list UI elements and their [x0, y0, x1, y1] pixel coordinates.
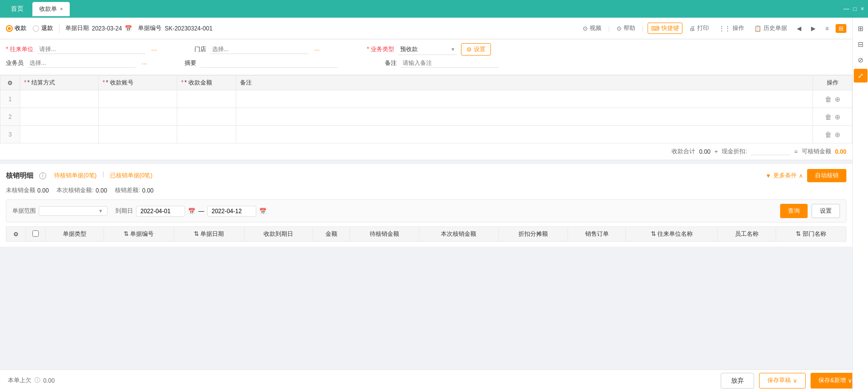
row-copy-1[interactable]: ⊕	[835, 95, 841, 103]
history-btn[interactable]: 📋 历史单据	[751, 23, 790, 33]
total-value: 0.00	[699, 148, 710, 155]
row-remark-2[interactable]	[236, 108, 813, 126]
calendar-icon[interactable]: 📅	[125, 25, 132, 32]
store-input[interactable]	[210, 45, 308, 54]
tab-done[interactable]: 已核销单据(0笔)	[108, 170, 155, 181]
number-label: 单据编号	[138, 24, 162, 32]
sidebar-expand-icon[interactable]: ⤢	[854, 69, 868, 83]
auto-verify-btn[interactable]: 自动核销	[807, 169, 846, 182]
business-type-value: 预收款	[400, 45, 448, 54]
calendar-end-icon[interactable]: 📅	[259, 208, 267, 215]
date-end-input[interactable]	[207, 206, 256, 217]
tab-pending[interactable]: 待核销单据(0笔)	[52, 170, 99, 181]
video-btn[interactable]: ⊙ 视频	[580, 23, 604, 33]
toolbar-right: ⊙ 视频 | ⊙ 帮助 | ⌨ 快捷键 🖨 打印 ⋮⋮	[580, 23, 846, 34]
row-account-1[interactable]	[99, 90, 177, 108]
tab-close-icon[interactable]: ×	[60, 6, 63, 12]
tab-receipt[interactable]: 收款单 ×	[32, 2, 70, 16]
abandon-btn[interactable]: 放弃	[721, 373, 754, 389]
form-settings-btn[interactable]: ⚙ 设置	[461, 43, 491, 56]
range-select[interactable]: ▼	[39, 206, 108, 216]
summary-row: 收款合计 0.00 + 现金折扣: = 可核销金额 0.00	[0, 143, 852, 160]
row-copy-2[interactable]: ⊕	[835, 113, 841, 121]
row-remark-3[interactable]	[236, 126, 813, 143]
refund-radio-label: 退款	[41, 24, 53, 32]
row-amount-1[interactable]	[177, 90, 236, 108]
main-content: 收款 退款 单据日期 2023-03-24 📅 单据编号 SK-20230324…	[0, 18, 868, 369]
footer-right: 放弃 保存草稿 ∨ 保存&新增 ∨	[721, 373, 860, 389]
counterpart-dots[interactable]: ···	[151, 46, 157, 54]
more-conditions-btn[interactable]: ▼ 更多条件 ∧	[765, 171, 803, 180]
print-label: 打印	[697, 24, 709, 32]
row-action-1: 🗑 ⊕	[813, 90, 852, 108]
current-label: 本次核销金额:	[56, 186, 93, 195]
split-btn[interactable]: ⊞	[836, 24, 846, 33]
form-area: * 往来单位 ··· 门店 ··· * 业务类型 预收款 ▼ ⚙ 设置	[0, 39, 852, 75]
this-order-info-icon[interactable]: ⓘ	[34, 376, 40, 385]
th-gear[interactable]: ⚙	[6, 227, 26, 242]
sidebar-link-icon[interactable]: ⊘	[854, 53, 868, 67]
operation-btn[interactable]: ⋮⋮ 操作	[716, 23, 747, 33]
refund-radio[interactable]: 退款	[32, 24, 53, 32]
th-checkbox	[26, 227, 46, 242]
row-copy-3[interactable]: ⊕	[835, 131, 841, 139]
number-field: 单据编号 SK-20230324-001	[138, 24, 212, 32]
row-account-3[interactable]	[99, 126, 177, 143]
date-start-input[interactable]	[136, 206, 185, 217]
row-index-3: 3	[0, 126, 20, 143]
verify-info-icon[interactable]: i	[39, 172, 46, 179]
table-gear-header[interactable]: ⚙	[0, 76, 20, 90]
salesperson-input[interactable]	[27, 58, 136, 68]
row-delete-1[interactable]: 🗑	[825, 95, 832, 103]
shortcut-btn[interactable]: ⌨ 快捷键	[648, 23, 682, 34]
tab-home[interactable]: 首页	[4, 1, 30, 16]
print-btn[interactable]: 🖨 打印	[686, 23, 712, 33]
salesperson-dots[interactable]: ···	[141, 59, 147, 67]
discount-input[interactable]	[751, 148, 790, 155]
tab-bar: 首页 收款单 × — □ ×	[0, 0, 868, 18]
receipt-radio[interactable]: 收款	[6, 24, 27, 32]
counterpart-input[interactable]	[37, 45, 145, 54]
th-doc-number: ⇅ 单据编号	[104, 227, 174, 242]
th-discount: 折扣分摊额	[499, 227, 568, 242]
row-settlement-1[interactable]	[20, 90, 99, 108]
row-action-3: 🗑 ⊕	[813, 126, 852, 143]
amount-header: ** 收款金额	[177, 76, 236, 90]
range-filter: 单据范围 ▼	[12, 206, 108, 216]
th-dept: ⇅ 部门名称	[776, 227, 846, 242]
summary-input[interactable]	[200, 58, 338, 68]
help-btn[interactable]: ⊙ 帮助	[614, 23, 638, 33]
row-delete-3[interactable]: 🗑	[825, 131, 832, 139]
sidebar-print-icon[interactable]: ⊟	[854, 37, 868, 51]
filter-settings-btn[interactable]: 设置	[812, 204, 840, 218]
row-settlement-2[interactable]	[20, 108, 99, 126]
nav-left-btn[interactable]: ◀	[794, 24, 804, 33]
maximize-btn[interactable]: □	[853, 5, 857, 12]
row-remark-1[interactable]	[236, 90, 813, 108]
receipt-radio-label: 收款	[15, 24, 27, 32]
nav-right-btn[interactable]: ▶	[808, 24, 818, 33]
calendar-start-icon[interactable]: 📅	[188, 208, 195, 215]
row-amount-3[interactable]	[177, 126, 236, 143]
store-dots[interactable]: ···	[314, 46, 320, 54]
row-account-2[interactable]	[99, 108, 177, 126]
save-draft-btn[interactable]: 保存草稿 ∨	[759, 373, 806, 389]
verify-title: 核销明细	[6, 171, 33, 180]
close-btn[interactable]: ×	[861, 5, 864, 12]
this-order-value: 0.00	[43, 377, 54, 384]
unverified-stat: 未核销金额 0.00	[6, 186, 49, 195]
right-sidebar: ⊞ ⊟ ⊘ ⤢	[852, 18, 868, 391]
business-type-select[interactable]: 预收款 ▼	[398, 44, 457, 55]
row-delete-2[interactable]: 🗑	[825, 113, 832, 121]
minimize-btn[interactable]: —	[843, 5, 849, 12]
row-settlement-3[interactable]	[20, 126, 99, 143]
grid-btn[interactable]: ≡	[822, 24, 832, 33]
history-icon: 📋	[754, 25, 761, 32]
range-label: 单据范围	[12, 207, 36, 215]
unverified-value: 0.00	[37, 187, 49, 194]
row-amount-2[interactable]	[177, 108, 236, 126]
remark-input[interactable]	[401, 58, 499, 68]
sidebar-table-icon[interactable]: ⊞	[854, 22, 868, 35]
select-all-checkbox[interactable]	[32, 230, 39, 237]
query-btn[interactable]: 查询	[780, 204, 808, 218]
